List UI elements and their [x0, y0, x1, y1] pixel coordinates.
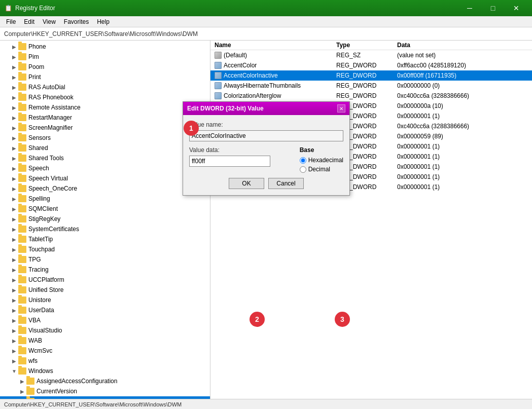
- tree-item-wfs[interactable]: ▶wfs: [0, 356, 210, 366]
- ok-button[interactable]: OK: [229, 178, 264, 189]
- expand-icon[interactable]: ▶: [10, 144, 18, 152]
- detail-row-default[interactable]: (Default) REG_SZ(value not set): [210, 50, 532, 60]
- expand-icon[interactable]: ▶: [10, 296, 18, 304]
- reg-type: REG_DWORD: [336, 82, 397, 89]
- tree-item-poom[interactable]: ▶Poom: [0, 62, 210, 72]
- expand-icon[interactable]: ▶: [10, 103, 18, 111]
- tree-item-unistore[interactable]: ▶Unistore: [0, 295, 210, 305]
- expand-icon[interactable]: ▶: [10, 154, 18, 162]
- expand-icon[interactable]: ▶: [10, 245, 18, 253]
- tree-item-spelling[interactable]: ▶Spelling: [0, 194, 210, 204]
- tree-item-sharedtools[interactable]: ▶Shared Tools: [0, 153, 210, 163]
- tree-item-vba[interactable]: ▶VBA: [0, 315, 210, 325]
- expand-icon[interactable]: ▶: [10, 306, 18, 314]
- tree-item-systemcertificates[interactable]: ▶SystemCertificates: [0, 224, 210, 234]
- tree-item-wcmsvc[interactable]: ▶WcmSvc: [0, 346, 210, 356]
- tree-item-restartmanager[interactable]: ▶RestartManager: [0, 113, 210, 123]
- expand-icon[interactable]: ▶: [18, 397, 26, 399]
- tree-item-visualstudio[interactable]: ▶VisualStudio: [0, 325, 210, 336]
- folder-icon: [18, 134, 26, 141]
- detail-row-accentcolor[interactable]: AccentColor REG_DWORD0xff6acc00 (4285189…: [210, 60, 532, 70]
- expand-icon[interactable]: ▶: [10, 326, 18, 334]
- expand-icon[interactable]: ▶: [10, 164, 18, 172]
- menu-file[interactable]: File: [2, 17, 20, 26]
- dialog-close-button[interactable]: ✕: [337, 104, 345, 113]
- folder-icon: [26, 378, 34, 385]
- close-button[interactable]: ✕: [505, 0, 528, 16]
- expand-icon[interactable]: ▶: [10, 73, 18, 81]
- tree-item-tracing[interactable]: ▶Tracing: [0, 265, 210, 275]
- expand-icon[interactable]: ▶: [10, 43, 18, 51]
- tree-item-currentversion[interactable]: ▶CurrentVersion: [0, 386, 210, 396]
- expand-icon[interactable]: ▶: [10, 205, 18, 213]
- expand-icon[interactable]: ▶: [10, 266, 18, 274]
- expand-icon[interactable]: ▼: [10, 367, 18, 375]
- menu-view[interactable]: View: [39, 17, 60, 26]
- expand-icon[interactable]: ▶: [10, 53, 18, 61]
- expand-icon[interactable]: ▶: [10, 124, 18, 132]
- expand-icon[interactable]: ▶: [10, 93, 18, 101]
- decimal-option[interactable]: Decimal: [300, 166, 343, 173]
- value-data-input[interactable]: [189, 156, 270, 167]
- tree-item-shared[interactable]: ▶Shared: [0, 143, 210, 153]
- decimal-radio[interactable]: [300, 166, 306, 173]
- tree-item-assignedaccessconfig[interactable]: ▶AssignedAccessConfiguration: [0, 376, 210, 386]
- tree-item-speechvirtual[interactable]: ▶Speech Virtual: [0, 173, 210, 183]
- tree-item-dwm[interactable]: ▶DWM: [0, 396, 210, 399]
- expand-icon[interactable]: ▶: [10, 235, 18, 243]
- tree-item-phone[interactable]: ▶Phone: [0, 42, 210, 52]
- reg-name: (Default): [224, 52, 247, 59]
- expand-icon[interactable]: ▶: [18, 387, 26, 395]
- expand-icon[interactable]: ▶: [10, 215, 18, 223]
- hexadecimal-radio[interactable]: [300, 157, 306, 164]
- tree-item-print[interactable]: ▶Print: [0, 72, 210, 82]
- tree-item-screenmagnifier[interactable]: ▶ScreenMagnifier: [0, 123, 210, 133]
- tree-item-rasphonebook[interactable]: ▶RAS Phonebook: [0, 92, 210, 102]
- detail-row-accentcolorinactive[interactable]: AccentColorInactive REG_DWORD0x00ff00ff …: [210, 70, 532, 81]
- detail-row-alwayshibernate[interactable]: AlwaysHibernateThumbnails REG_DWORD0x000…: [210, 81, 532, 91]
- menu-favorites[interactable]: Favorites: [60, 17, 93, 26]
- expand-icon[interactable]: ▶: [10, 255, 18, 264]
- expand-icon[interactable]: ▶: [10, 184, 18, 193]
- expand-icon[interactable]: ▶: [10, 114, 18, 122]
- expand-icon[interactable]: ▶: [10, 225, 18, 233]
- expand-icon[interactable]: ▶: [10, 286, 18, 294]
- expand-icon[interactable]: ▶: [10, 347, 18, 355]
- tree-item-tpg[interactable]: ▶TPG: [0, 254, 210, 265]
- expand-icon[interactable]: ▶: [10, 174, 18, 182]
- expand-icon[interactable]: ▶: [10, 316, 18, 324]
- tree-item-speechonecore[interactable]: ▶Speech_OneCore: [0, 183, 210, 194]
- tree-item-stigregkey[interactable]: ▶StigRegKey: [0, 214, 210, 224]
- tree-item-pim[interactable]: ▶Pim: [0, 52, 210, 62]
- menu-help[interactable]: Help: [93, 17, 114, 26]
- reg-name: AccentColor: [224, 62, 257, 69]
- hexadecimal-option[interactable]: Hexadecimal: [300, 157, 343, 164]
- expand-icon[interactable]: ▶: [10, 195, 18, 203]
- tree-item-uccplatform[interactable]: ▶UCCPlatform: [0, 275, 210, 285]
- tree-item-touchpad[interactable]: ▶Touchpad: [0, 244, 210, 254]
- tree-item-rasautodial[interactable]: ▶RAS AutoDial: [0, 82, 210, 92]
- cancel-button[interactable]: Cancel: [268, 178, 304, 189]
- expand-icon[interactable]: ▶: [10, 337, 18, 345]
- tree-item-unifiedstore[interactable]: ▶Unified Store: [0, 285, 210, 295]
- expand-icon[interactable]: ▶: [18, 377, 26, 385]
- tree-item-speech[interactable]: ▶Speech: [0, 163, 210, 173]
- expand-icon[interactable]: ▶: [10, 83, 18, 91]
- tree-item-tablettip[interactable]: ▶TabletTip: [0, 234, 210, 244]
- tree-item-sqmclient[interactable]: ▶SQMClient: [0, 204, 210, 214]
- folder-icon: [18, 104, 26, 111]
- expand-icon[interactable]: ▶: [10, 134, 18, 142]
- detail-row-colorizationafterglow[interactable]: ColorizationAfterglow REG_DWORD0xc400cc6…: [210, 91, 532, 101]
- expand-icon[interactable]: ▶: [10, 276, 18, 284]
- tree-item-wab[interactable]: ▶WAB: [0, 336, 210, 346]
- menu-edit[interactable]: Edit: [20, 17, 39, 26]
- tree-item-sensors[interactable]: ▶Sensors: [0, 133, 210, 143]
- maximize-button[interactable]: □: [481, 0, 505, 16]
- expand-icon[interactable]: ▶: [10, 63, 18, 71]
- minimize-button[interactable]: ─: [458, 0, 481, 16]
- reg-name: AlwaysHibernateThumbnails: [224, 82, 301, 89]
- tree-item-userdata[interactable]: ▶UserData: [0, 305, 210, 315]
- tree-item-remoteassistance[interactable]: ▶Remote Assistance: [0, 102, 210, 113]
- expand-icon[interactable]: ▶: [10, 357, 18, 365]
- tree-item-windows[interactable]: ▼Windows: [0, 366, 210, 376]
